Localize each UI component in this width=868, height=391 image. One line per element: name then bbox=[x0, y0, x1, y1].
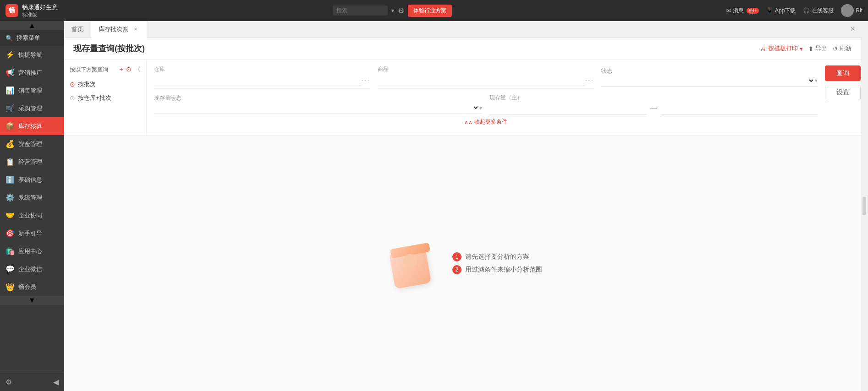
sidebar-collapse-icon[interactable]: ◀ bbox=[53, 378, 59, 386]
purchase-icon: 🛒 bbox=[5, 104, 15, 113]
sidebar-label-operation: 经营管理 bbox=[18, 158, 42, 166]
topbar-right: ✉ 消息 99+ 📱 App下载 🎧 在线客服 Rit bbox=[726, 4, 863, 17]
sidebar-item-member[interactable]: 👑 畅会员 bbox=[0, 278, 64, 296]
right-sidebar-handle[interactable] bbox=[863, 197, 866, 215]
inventory-qty-field: 现存量（主） — bbox=[489, 94, 818, 114]
sidebar-item-marketing[interactable]: 📢 营销推广 bbox=[0, 64, 64, 81]
scheme-collapse-icon[interactable]: 《 bbox=[134, 65, 141, 74]
status-select-wrapper: ▾ bbox=[601, 77, 818, 87]
refresh-icon: ↺ bbox=[833, 45, 838, 52]
scheme-add-icon[interactable]: + bbox=[120, 65, 123, 74]
tab-home[interactable]: 首页 bbox=[64, 21, 91, 38]
message-badge: 99+ bbox=[747, 8, 759, 14]
right-sidebar bbox=[861, 21, 868, 391]
sidebar-item-appstore[interactable]: 🛍️ 应用中心 bbox=[0, 242, 64, 260]
online-service-button[interactable]: 🎧 在线客服 bbox=[803, 7, 834, 15]
marketing-icon: 📢 bbox=[5, 68, 15, 77]
sidebar-label-finance: 资金管理 bbox=[18, 140, 42, 148]
refresh-button[interactable]: ↺ 刷新 bbox=[833, 44, 852, 53]
scheme-item-by-warehouse-batch[interactable]: ⊙ 按仓库+批次 bbox=[64, 91, 146, 105]
product-more-icon[interactable]: ··· bbox=[585, 76, 594, 85]
status-field: 状态 ▾ bbox=[601, 67, 818, 87]
appstore-icon: 🛍️ bbox=[5, 247, 15, 255]
tabbar-right: × bbox=[850, 24, 861, 34]
topbar-center: ▾ ⚙ 体验行业方案 bbox=[333, 5, 452, 17]
sidebar-item-search[interactable]: 🔍 搜索菜单 bbox=[0, 30, 64, 46]
scheme-settings-icon[interactable]: ⊙ bbox=[126, 65, 132, 74]
qty-dash: — bbox=[650, 104, 657, 114]
sidebar-item-purchase[interactable]: 🛒 采购管理 bbox=[0, 99, 64, 117]
message-button[interactable]: ✉ 消息 99+ bbox=[726, 7, 759, 15]
sidebar-label-newbie: 新手引导 bbox=[18, 229, 42, 238]
sidebar-scroll-up[interactable]: ▲ bbox=[0, 21, 64, 30]
filter-right: 仓库 ··· 商品 ··· bbox=[147, 60, 825, 135]
sidebar-item-system[interactable]: ⚙️ 系统管理 bbox=[0, 189, 64, 206]
status-dropdown-icon: ▾ bbox=[815, 77, 818, 84]
main-layout: ▲ 🔍 搜索菜单 ⚡ 快捷导航 📢 营销推广 📊 销售管理 🛒 采购管理 📦 库… bbox=[0, 21, 868, 391]
empty-illustration bbox=[383, 236, 438, 291]
sidebar-item-wechat[interactable]: 💬 企业微信 bbox=[0, 260, 64, 278]
sidebar-label-sales: 销售管理 bbox=[18, 87, 42, 95]
sidebar-item-quick-nav[interactable]: ⚡ 快捷导航 bbox=[0, 46, 64, 64]
scheme-header-label: 按以下方案查询 bbox=[70, 66, 108, 74]
tab-close-icon[interactable]: × bbox=[132, 26, 139, 33]
query-button[interactable]: 查询 bbox=[825, 65, 861, 81]
product-input[interactable] bbox=[378, 75, 585, 86]
settings-icon[interactable]: ⚙ bbox=[398, 6, 404, 15]
enterprise-icon: 🤝 bbox=[5, 211, 15, 220]
warehouse-input[interactable] bbox=[154, 75, 362, 86]
avatar bbox=[841, 4, 854, 17]
inventory-status-label: 现存量状态 bbox=[154, 94, 482, 102]
sidebar-item-sales[interactable]: 📊 销售管理 bbox=[0, 81, 64, 99]
search-input[interactable] bbox=[333, 5, 388, 16]
filter-panel: 按以下方案查询 + ⊙ 《 ⊙ 按批次 ⊙ 按仓库+批次 bbox=[64, 60, 861, 136]
newbie-icon: 🎯 bbox=[5, 229, 15, 238]
scheme-item-by-batch[interactable]: ⊙ 按批次 bbox=[64, 77, 146, 91]
empty-state: 1 请先选择要分析的方案 2 用过滤条件来缩小分析范围 bbox=[64, 136, 861, 391]
username-label: Rit bbox=[856, 7, 863, 14]
sidebar-item-operation[interactable]: 📋 经营管理 bbox=[0, 153, 64, 171]
inventory-qty-max[interactable] bbox=[661, 103, 818, 114]
finance-icon: 💰 bbox=[5, 140, 15, 148]
user-area[interactable]: Rit bbox=[841, 4, 863, 17]
sidebar-settings-icon[interactable]: ⚙ bbox=[5, 378, 12, 386]
app-info: 畅康通好生意 标准版 bbox=[22, 3, 58, 18]
wechat-icon: 💬 bbox=[5, 265, 15, 273]
sidebar-item-enterprise[interactable]: 🤝 企业协同 bbox=[0, 206, 64, 224]
scheme-header: 按以下方案查询 + ⊙ 《 bbox=[64, 65, 146, 77]
status-select[interactable] bbox=[601, 77, 815, 85]
topbar: 畅 畅康通好生意 标准版 ▾ ⚙ 体验行业方案 ✉ 消息 99+ 📱 App下载… bbox=[0, 0, 868, 21]
inventory-qty-min[interactable] bbox=[489, 103, 646, 114]
app-subtitle: 标准版 bbox=[22, 11, 58, 18]
tabbar: 首页 库存批次账 × × bbox=[64, 21, 861, 38]
sidebar-item-inventory[interactable]: 📦 库存核算 bbox=[0, 117, 64, 135]
print-button[interactable]: 🖨 按模板打印 ▾ bbox=[760, 44, 803, 53]
tip-text-1: 请先选择要分析的方案 bbox=[465, 253, 529, 261]
product-field: 商品 ··· bbox=[378, 65, 594, 88]
empty-face bbox=[403, 254, 417, 268]
page-actions: 🖨 按模板打印 ▾ ⬆ 导出 ↺ 刷新 bbox=[760, 44, 852, 53]
filter-settings-button[interactable]: 设置 bbox=[825, 85, 861, 100]
tab-close-right-icon[interactable]: × bbox=[850, 24, 861, 34]
sidebar-item-basic[interactable]: ℹ️ 基础信息 bbox=[0, 171, 64, 189]
phone-icon: 📱 bbox=[766, 7, 773, 14]
page-title: 现存量查询(按批次) bbox=[73, 43, 145, 54]
warehouse-more-icon[interactable]: ··· bbox=[362, 76, 370, 85]
sidebar-label-enterprise: 企业协同 bbox=[18, 212, 42, 220]
sidebar-item-newbie[interactable]: 🎯 新手引导 bbox=[0, 224, 64, 242]
collapse-bar[interactable]: ∧∧ 收起更多条件 bbox=[154, 114, 818, 130]
sidebar-item-finance[interactable]: 💰 资金管理 bbox=[0, 135, 64, 153]
inventory-status-select-wrapper: ▾ bbox=[154, 104, 482, 114]
export-button[interactable]: ⬆ 导出 bbox=[808, 44, 827, 53]
sidebar-scroll-down[interactable]: ▼ bbox=[0, 296, 64, 305]
app-download-button[interactable]: 📱 App下载 bbox=[766, 7, 796, 15]
trial-button[interactable]: 体验行业方案 bbox=[408, 5, 452, 17]
collapse-label: 收起更多条件 bbox=[474, 118, 507, 126]
batch-active-icon: ⊙ bbox=[70, 81, 75, 88]
app-title: 畅康通好生意 bbox=[22, 3, 58, 11]
tab-inventory-batch[interactable]: 库存批次账 × bbox=[91, 21, 147, 38]
sidebar: ▲ 🔍 搜索菜单 ⚡ 快捷导航 📢 营销推广 📊 销售管理 🛒 采购管理 📦 库… bbox=[0, 21, 64, 391]
inventory-status-select[interactable] bbox=[154, 104, 479, 112]
filter-row-2: 现存量状态 ▾ 现存量（主） bbox=[154, 94, 818, 114]
search-dropdown-button[interactable]: ▾ bbox=[391, 7, 394, 14]
